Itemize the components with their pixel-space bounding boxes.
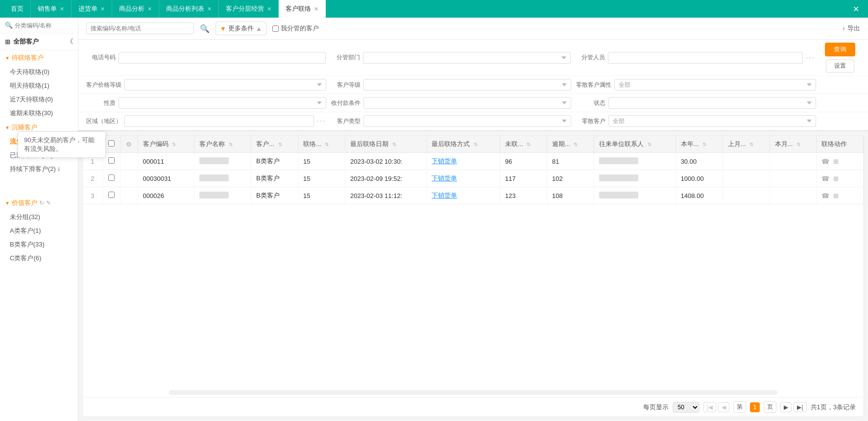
col-no-contact: 未联... ⇅ [500, 136, 547, 153]
col-settings-icon[interactable]: ⚙ [120, 136, 138, 153]
cell-checkbox[interactable] [102, 187, 120, 204]
more-action-icon[interactable]: ⊞ [833, 175, 839, 182]
edit-icon[interactable]: ✎ [46, 199, 51, 206]
refresh-icon[interactable]: ↻ [39, 199, 44, 206]
cell-last-month [723, 153, 770, 170]
more-conditions-button[interactable]: ▼ 更多条件 ▲ [216, 22, 266, 35]
select-all-checkbox[interactable] [108, 140, 115, 147]
sidebar-group-value[interactable]: ▼ 价值客户 ↻ ✎ [0, 196, 78, 210]
region-input[interactable] [124, 115, 314, 127]
retail-select[interactable]: 全部 [608, 115, 816, 127]
chevron-down-icon: ▲ [256, 25, 262, 32]
sidebar-item-overdue[interactable]: 逾期未联络(30) [0, 106, 78, 120]
close-sales-tab[interactable]: ✕ [60, 6, 64, 12]
cell-last-method[interactable]: 下销货单 [427, 187, 500, 204]
col-name: 客户名称 ⇅ [194, 136, 251, 153]
dept-select[interactable] [363, 52, 570, 64]
close-purchase-tab[interactable]: ✕ [100, 6, 105, 12]
retail-attr-select[interactable]: 全部 [614, 79, 816, 91]
arrow-down-icon-2: ▼ [5, 125, 10, 130]
region-cell: 区域（地区） ··· [86, 115, 326, 127]
cell-row-settings [120, 153, 138, 170]
first-page-button[interactable]: |◀ [703, 402, 716, 412]
blurred-name [199, 192, 229, 198]
settings-button[interactable]: 设置 [826, 59, 854, 73]
my-customers-checkbox-label[interactable]: 我分管的客户 [272, 24, 319, 33]
column-settings-icon[interactable]: ⚙ [126, 141, 132, 148]
row-checkbox[interactable] [108, 157, 115, 164]
prev-page-button[interactable]: ◀ [718, 402, 729, 412]
horizontal-scrollbar[interactable] [169, 390, 777, 395]
close-customer-contact-tab[interactable]: ✕ [314, 6, 318, 12]
phone-input[interactable] [119, 52, 326, 64]
search-input[interactable] [86, 23, 194, 34]
sidebar-item-class-a[interactable]: A类客户(1) [0, 224, 78, 238]
contact-method-link[interactable]: 下销货单 [432, 192, 457, 199]
more-action-icon[interactable]: ⊞ [833, 158, 839, 165]
window-close-button[interactable]: ✕ [848, 4, 864, 14]
sort-icon-4: ⇅ [325, 142, 329, 147]
manager-dots[interactable]: ··· [806, 53, 815, 62]
contact-action-icon[interactable]: ☎ [821, 175, 829, 182]
contact-action-icon[interactable]: ☎ [821, 192, 829, 199]
sidebar-item-declining[interactable]: 持续下滑客户(2) ℹ [0, 162, 78, 176]
sidebar-item-today[interactable]: 今天待联络(0) [0, 65, 78, 79]
blurred-contacts [599, 157, 638, 164]
last-page-button[interactable]: ▶| [794, 402, 806, 412]
customer-tier-select[interactable] [363, 79, 571, 91]
price-tier-select[interactable] [124, 79, 326, 91]
tab-customer-tier[interactable]: 客户分层经营 ✕ [219, 0, 279, 18]
search-button[interactable]: 🔍 [200, 24, 210, 33]
next-page-button[interactable]: ▶ [780, 402, 792, 412]
sort-icon-3: ⇅ [278, 142, 282, 147]
tab-sales[interactable]: 销售单 ✕ [31, 0, 72, 18]
sidebar-item-tomorrow[interactable]: 明天待联络(1) [0, 79, 78, 93]
status-select[interactable] [608, 97, 816, 109]
cell-contacts [594, 170, 675, 187]
sort-icon-9: ⇅ [648, 142, 651, 147]
tab-purchase[interactable]: 进货单 ✕ [72, 0, 112, 18]
tab-home[interactable]: 首页 [4, 0, 31, 18]
contact-action-icon[interactable]: ☎ [821, 158, 829, 165]
tab-customer-contact[interactable]: 客户联络 ✕ [279, 0, 326, 18]
export-button[interactable]: ↑ 导出 [843, 24, 861, 33]
contact-method-link[interactable]: 下销货单 [432, 157, 457, 165]
sidebar-item-ungroup[interactable]: 未分组(32) [0, 210, 78, 224]
cell-last-date: 2023-03-02 10:30: [345, 153, 426, 170]
per-page-select[interactable]: 50 100 [673, 402, 699, 413]
tab-analysis-list[interactable]: 商品分析列表 ✕ [159, 0, 219, 18]
table-row: 200030031B类客户152023-02-09 19:52:下销货单1171… [83, 170, 864, 187]
my-customers-checkbox[interactable] [272, 25, 279, 32]
sidebar-search-input[interactable] [15, 22, 78, 29]
contact-method-link[interactable]: 下销货单 [432, 174, 457, 182]
close-customer-tier-tab[interactable]: ✕ [267, 6, 271, 12]
page-navigation: |◀ ◀ 第 1 页 ▶ ▶| [703, 401, 807, 413]
table-scroll[interactable]: ⚙ 客户编码 ⇅ 客户名称 ⇅ 客户... ⇅ 联络... ⇅ 最后联络日期 ⇅… [83, 136, 864, 388]
advanced-filter-panel: 电话号码 分管部门 分管人员 ··· 查询 设置 [78, 40, 868, 131]
row-checkbox[interactable] [108, 174, 115, 181]
payment-select[interactable] [363, 97, 571, 109]
sidebar-item-class-b[interactable]: B类客户(33) [0, 238, 78, 251]
cell-checkbox[interactable] [102, 170, 120, 187]
phone-label: 电话号码 [86, 53, 116, 62]
collapse-icon[interactable]: 《 [67, 37, 73, 46]
cell-index: 2 [83, 170, 102, 187]
customer-type-select[interactable] [363, 115, 571, 127]
nature-select[interactable] [119, 97, 326, 109]
col-contact: 联络... ⇅ [298, 136, 345, 153]
tab-analysis[interactable]: 商品分析 ✕ [112, 0, 159, 18]
query-button[interactable]: 查询 [825, 43, 855, 56]
query-buttons: 查询 设置 [820, 43, 860, 73]
sidebar-item-class-c[interactable]: C类客户(6) [0, 251, 78, 265]
region-dots[interactable]: ··· [317, 117, 326, 125]
close-analysis-list-tab[interactable]: ✕ [207, 6, 212, 12]
row-checkbox[interactable] [108, 192, 115, 198]
more-action-icon[interactable]: ⊞ [833, 192, 839, 199]
cell-last-method[interactable]: 下销货单 [427, 153, 500, 170]
close-analysis-tab[interactable]: ✕ [147, 6, 152, 12]
sidebar-item-7days[interactable]: 近7天待联络(0) [0, 93, 78, 106]
cell-last-method[interactable]: 下销货单 [427, 170, 500, 187]
manager-input[interactable] [608, 52, 803, 64]
sidebar-all-customers[interactable]: ⊞ 全部客户 《 [0, 33, 78, 50]
sidebar-group-pending[interactable]: ▼ 待联络客户 [0, 50, 78, 65]
